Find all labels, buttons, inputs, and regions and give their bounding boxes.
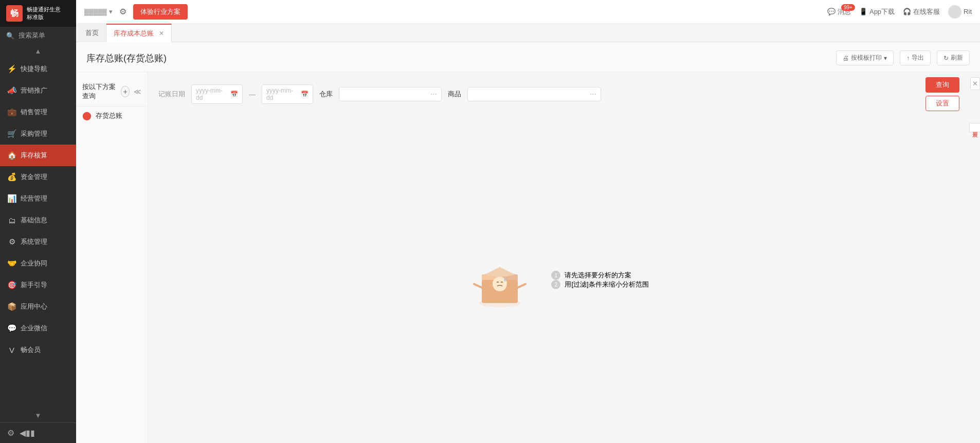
empty-tip-1: 1 请先选择要分析的方案: [551, 271, 648, 280]
appstore-label: 应用中心: [21, 302, 47, 311]
finance-label: 资金管理: [21, 172, 47, 182]
export-icon: ↑: [906, 55, 910, 62]
sidebar-item-quick-nav[interactable]: ⚡ 快捷导航: [0, 58, 76, 80]
svg-point-7: [504, 278, 506, 281]
filter-actions: 查询 设置: [925, 77, 959, 111]
empty-state: 1 请先选择要分析的方案 2 用[过滤]条件来缩小分析范围: [469, 249, 648, 311]
filter-label: 按以下方案查询: [82, 82, 117, 101]
sidebar-item-enterprise[interactable]: 🤝 企业协同: [0, 253, 76, 274]
sidebar-item-operations[interactable]: 📊 经营管理: [0, 188, 76, 209]
topbar-left: ▓▓▓▓▓ ▾ ⚙ 体验行业方案: [84, 4, 822, 20]
tab-home-label: 首页: [85, 28, 99, 38]
tab-home[interactable]: 首页: [78, 24, 106, 42]
online-service-btn[interactable]: 🎧 在线客服: [903, 7, 940, 16]
topbar: ▓▓▓▓▓ ▾ ⚙ 体验行业方案 💬 消息 99+ 📱 App下载 🎧 在线客服: [76, 0, 980, 24]
system-label: 系统管理: [21, 237, 47, 246]
settings-icon[interactable]: ⚙: [7, 428, 14, 438]
sidebar-item-inventory[interactable]: 🏠 库存核算: [0, 145, 76, 166]
tip1-num: 1: [551, 271, 560, 280]
right-panel-area: ✕ 展开: [970, 72, 980, 443]
topbar-right: 💬 消息 99+ 📱 App下载 🎧 在线客服 Rit: [827, 5, 972, 19]
tip2-text: 用[过滤]条件来缩小分析范围: [565, 280, 648, 289]
topbar-gear-btn[interactable]: ⚙: [116, 5, 130, 19]
tab-inventory-ledger[interactable]: 库存成本总账 ✕: [106, 24, 172, 42]
sales-label: 销售管理: [21, 108, 47, 117]
print-btn[interactable]: 🖨 按模板打印 ▾: [836, 50, 894, 65]
sidebar-item-newbie[interactable]: 🎯 新手引导: [0, 274, 76, 296]
vip-label: 畅会员: [21, 345, 41, 355]
warehouse-input[interactable]: ···: [339, 87, 442, 101]
phone-icon: 📱: [859, 8, 867, 15]
export-btn[interactable]: ↑ 导出: [900, 50, 931, 65]
trial-btn[interactable]: 体验行业方案: [133, 4, 188, 20]
marketing-label: 营销推广: [21, 86, 47, 95]
main-content-area: 记账日期 yyyy-mm-dd 📅 — yyyy-mm-dd 📅 仓库 ···: [148, 72, 970, 443]
message-icon: 💬: [827, 8, 836, 15]
date-separator: —: [249, 91, 256, 98]
filter-add-btn[interactable]: +: [121, 86, 130, 97]
chevron-down-icon: ▾: [109, 8, 113, 15]
calendar-to-icon: 📅: [301, 91, 308, 98]
close-panel-btn[interactable]: ✕: [970, 77, 980, 90]
filter-collapse-icon[interactable]: ≪: [134, 87, 141, 96]
user-profile[interactable]: Rit: [948, 5, 972, 19]
main-area: ▓▓▓▓▓ ▾ ⚙ 体验行业方案 💬 消息 99+ 📱 App下载 🎧 在线客服: [76, 0, 980, 443]
sidebar-item-appstore[interactable]: 📦 应用中心: [0, 296, 76, 317]
sidebar-item-purchase[interactable]: 🛒 采购管理: [0, 123, 76, 145]
inventory-label: 库存核算: [21, 151, 47, 160]
query-btn[interactable]: 查询: [925, 77, 959, 93]
sidebar-nav: ⚡ 快捷导航 📣 营销推广 💼 销售管理 🛒 采购管理 🏠 库存核算 💰 资金管…: [0, 58, 76, 409]
refresh-label: 刷新: [951, 54, 963, 62]
date-to-input[interactable]: yyyy-mm-dd 📅: [262, 84, 313, 104]
date-to-placeholder: yyyy-mm-dd: [266, 87, 299, 101]
search-icon: 🔍: [6, 32, 14, 40]
sidebar-item-marketing[interactable]: 📣 营销推广: [0, 80, 76, 101]
scheme-item-label: 存货总账: [96, 111, 122, 120]
sidebar-item-sales[interactable]: 💼 销售管理: [0, 101, 76, 123]
export-label: 导出: [912, 54, 924, 62]
vip-icon: V: [7, 345, 16, 355]
tab-close-btn[interactable]: ✕: [159, 30, 164, 37]
printer-icon: 🖨: [843, 55, 849, 62]
app-download-btn[interactable]: 📱 App下载: [859, 7, 895, 16]
sidebar-item-vip[interactable]: V 畅会员: [0, 339, 76, 361]
expand-panel-btn[interactable]: 展开: [969, 123, 981, 132]
tabs-bar: 首页 库存成本总账 ✕: [76, 24, 980, 42]
tab-inventory-label: 库存成本总账: [114, 29, 154, 38]
page-header: 库存总账(存货总账) 🖨 按模板打印 ▾ ↑ 导出 ↻ 刷新: [76, 42, 980, 72]
print-label: 按模板打印: [851, 54, 882, 62]
sidebar-scroll-down[interactable]: ▼: [0, 409, 76, 422]
sidebar: 畅 畅捷通好生意 标准版 🔍 搜索菜单 ▲ ⚡ 快捷导航 📣 营销推广 💼 销售…: [0, 0, 76, 443]
sidebar-item-system[interactable]: ⚙ 系统管理: [0, 231, 76, 253]
speaker-icon[interactable]: ◀▮▮: [20, 428, 35, 438]
inner-layout: 按以下方案查询 + ≪ ⬤ 存货总账 记账日期 yyyy-mm-dd 📅: [76, 72, 980, 443]
warehouse-more-icon: ···: [430, 90, 437, 99]
sidebar-bottom: ⚙ ◀▮▮: [0, 422, 76, 443]
tip1-text: 请先选择要分析的方案: [565, 271, 631, 280]
date-from-input[interactable]: yyyy-mm-dd 📅: [191, 84, 243, 104]
purchase-icon: 🛒: [7, 129, 16, 138]
warehouse-label: 仓库: [319, 90, 333, 99]
marketing-icon: 📣: [7, 86, 16, 95]
app-download-label: App下载: [869, 7, 895, 16]
sidebar-item-finance[interactable]: 💰 资金管理: [0, 166, 76, 188]
topbar-scheme-selector[interactable]: ▓▓▓▓▓ ▾: [84, 8, 113, 15]
empty-tip-2: 2 用[过滤]条件来缩小分析范围: [551, 280, 648, 289]
wechat-icon: 💬: [7, 324, 16, 333]
message-btn[interactable]: 💬 消息 99+: [827, 7, 851, 16]
svg-line-9: [518, 284, 525, 288]
scheme-item-inventory[interactable]: ⬤ 存货总账: [76, 107, 148, 125]
goods-input[interactable]: ···: [467, 87, 601, 101]
refresh-btn[interactable]: ↻ 刷新: [937, 50, 970, 65]
calendar-from-icon: 📅: [230, 91, 238, 98]
sidebar-search[interactable]: 🔍 搜索菜单: [0, 27, 76, 44]
settings-btn[interactable]: 设置: [925, 96, 959, 111]
sidebar-search-label: 搜索菜单: [19, 31, 45, 40]
sidebar-item-basics[interactable]: 🗂 基础信息: [0, 209, 76, 231]
empty-tips: 1 请先选择要分析的方案 2 用[过滤]条件来缩小分析范围: [551, 271, 648, 289]
sidebar-scroll-up[interactable]: ▲: [0, 44, 76, 58]
inventory-icon: 🏠: [7, 151, 16, 160]
enterprise-icon: 🤝: [7, 259, 16, 268]
message-badge: 99+: [841, 4, 855, 11]
sidebar-item-wechat[interactable]: 💬 企业微信: [0, 317, 76, 339]
